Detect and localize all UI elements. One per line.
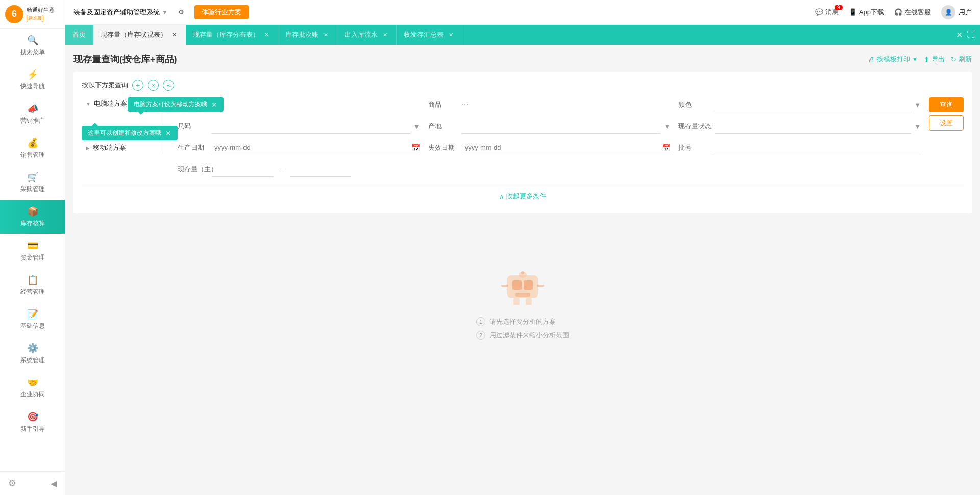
stock-qty-min-input[interactable]: [212, 161, 273, 177]
batch-input[interactable]: [712, 140, 921, 155]
sidebar-item-label: 销售管理: [20, 151, 45, 159]
sidebar-item-label: 搜索菜单: [20, 48, 45, 57]
color-dropdown-icon[interactable]: ▼: [914, 101, 921, 109]
dots-icon-2[interactable]: ···: [462, 100, 469, 109]
svg-rect-2: [524, 280, 533, 290]
page-actions: 🖨 按模板打印 ▼ ⬆ 导出 ↻ 刷新: [868, 55, 972, 64]
filter-clone-button[interactable]: ⊙: [148, 80, 159, 91]
tab-inventory-dist-label: 现存量（库存分布表）: [193, 30, 259, 39]
expand-icon[interactable]: ⛶: [967, 30, 975, 39]
export-button[interactable]: ⬆ 导出: [924, 55, 945, 64]
filter-field-color: 颜色 ▼: [678, 97, 921, 112]
sidebar-item-marketing[interactable]: 📣 营销推广: [0, 97, 65, 131]
sidebar-item-search[interactable]: 🔍 搜索菜单: [0, 29, 65, 63]
sidebar-item-enterprise[interactable]: 🤝 企业协同: [0, 371, 65, 405]
tooltip-pc-close[interactable]: ✕: [211, 101, 217, 109]
scheme-mobile-header[interactable]: ▶ 移动端方案: [82, 141, 157, 154]
online-service-button[interactable]: 🎧 在线客服: [894, 8, 931, 17]
tab-inventory-status[interactable]: 现存量（库存状况表） ✕: [93, 25, 186, 45]
stock-qty-max-input[interactable]: [290, 161, 351, 177]
collapse-label: 收起更多条件: [506, 192, 546, 201]
svg-point-7: [521, 271, 524, 274]
sidebar-item-guide[interactable]: 🎯 新手引导: [0, 405, 65, 439]
filter-field-stock-status: 现存量状态 ▼: [678, 119, 921, 134]
size-dropdown-icon[interactable]: ▼: [413, 123, 420, 130]
goods-label: 商品: [428, 100, 459, 109]
refresh-button[interactable]: ↻ 刷新: [951, 55, 972, 64]
produce-date-input[interactable]: [211, 144, 411, 151]
sidebar-item-label: 营销推广: [20, 116, 45, 125]
calendar-icon-2[interactable]: 📅: [662, 144, 670, 152]
app-download-button[interactable]: 📱 App下载: [849, 8, 884, 17]
sidebar-item-system[interactable]: ⚙️ 系统管理: [0, 337, 65, 371]
empty-state: 1 请先选择要分析的方案 2 用过滤条件来缩小分析范围: [74, 219, 972, 381]
user-menu[interactable]: 👤 用户: [941, 5, 972, 19]
tab-home-label: 首页: [72, 30, 86, 39]
industry-button[interactable]: 体验行业方案: [194, 5, 249, 19]
produce-date-label: 生产日期: [178, 143, 208, 152]
card-icon: 💳: [27, 240, 38, 251]
scheme-group-mobile: 这里可以创建和修改方案哦 ✕ ▶ 移动端方案: [82, 141, 157, 154]
tip-text-1: 请先选择要分析的方案: [489, 317, 556, 326]
tab-close-batch-ledger[interactable]: ✕: [322, 31, 330, 39]
sidebar-item-finance[interactable]: 💳 资金管理: [0, 234, 65, 268]
tab-inventory-dist[interactable]: 现存量（库存分布表） ✕: [186, 25, 278, 45]
export-icon: ⬆: [924, 56, 929, 63]
stock-status-input[interactable]: [715, 119, 911, 134]
box-icon: 📦: [27, 206, 38, 217]
svg-rect-3: [515, 293, 530, 297]
sidebar-item-inventory[interactable]: 📦 库存核算: [0, 200, 65, 234]
phone-icon: 📱: [849, 8, 857, 16]
tab-close-inventory-dist[interactable]: ✕: [262, 31, 271, 39]
tip-text-2: 用过滤条件来缩小分析范围: [489, 331, 569, 340]
sidebar-item-purchase[interactable]: 🛒 采购管理: [0, 166, 65, 200]
calendar-icon-1[interactable]: 📅: [411, 144, 420, 152]
system-selector[interactable]: 装备及固定资产辅助管理系统 ▼: [74, 8, 168, 17]
close-all-tabs-icon[interactable]: ✕: [956, 30, 963, 40]
origin-dropdown-icon[interactable]: ▼: [664, 123, 670, 130]
settings-bottom-icon[interactable]: ⚙: [8, 478, 16, 489]
search-button[interactable]: 查询: [929, 97, 964, 112]
empty-tip-2: 2 用过滤条件来缩小分析范围: [476, 331, 569, 340]
chevron-down-icon: ▼: [86, 101, 91, 107]
filter-field-expire-date: 失效日期 📅: [428, 140, 671, 155]
size-input[interactable]: [211, 119, 410, 134]
message-button[interactable]: 💬 消息 9: [815, 8, 839, 17]
origin-input[interactable]: [462, 119, 661, 134]
chevron-down-icon: ▼: [162, 9, 168, 16]
expire-date-input[interactable]: [462, 144, 662, 151]
sidebar-item-basic[interactable]: 📝 基础信息: [0, 302, 65, 337]
tooltip-edit-close[interactable]: ✕: [165, 129, 172, 137]
empty-tips: 1 请先选择要分析的方案 2 用过滤条件来缩小分析范围: [476, 317, 569, 340]
tab-batch-ledger[interactable]: 库存批次账 ✕: [278, 25, 337, 45]
tab-close-inout-flow[interactable]: ✕: [381, 31, 389, 39]
collapse-sidebar-icon[interactable]: ◀: [51, 479, 57, 488]
produce-date-field: 📅: [211, 140, 420, 155]
filter-add-button[interactable]: +: [132, 80, 143, 91]
range-separator: —: [276, 166, 287, 173]
filter-back-button[interactable]: «: [163, 80, 174, 91]
tab-close-receive-summary[interactable]: ✕: [447, 31, 455, 39]
filter-field-stock-qty: 现存量（主） —: [178, 161, 351, 177]
sidebar-item-operations[interactable]: 📋 经营管理: [0, 268, 65, 302]
sidebar-item-quicknav[interactable]: ⚡ 快速导航: [0, 63, 65, 97]
sidebar-item-sales[interactable]: 💰 销售管理: [0, 131, 65, 166]
template-print-button[interactable]: 🖨 按模板打印 ▼: [868, 55, 918, 64]
tooltip-edit-text: 这里可以创建和修改方案哦: [88, 129, 161, 137]
note-icon: 📝: [27, 309, 38, 320]
filter-row-1: ··· 商品 ··· 颜色 ▼: [178, 97, 921, 112]
message-icon: 💬: [815, 8, 823, 16]
stock-status-dropdown-icon[interactable]: ▼: [914, 123, 921, 130]
collapse-button[interactable]: ∧ 收起更多条件: [82, 187, 964, 205]
logo-text: 畅通好生意 标准版: [27, 6, 55, 22]
tab-receive-summary[interactable]: 收发存汇总表 ✕: [397, 25, 462, 45]
tab-receive-summary-label: 收发存汇总表: [404, 30, 444, 39]
tab-home[interactable]: 首页: [65, 25, 93, 45]
color-input[interactable]: [712, 97, 911, 112]
tab-close-inventory-status[interactable]: ✕: [170, 31, 178, 39]
tab-inout-flow[interactable]: 出入库流水 ✕: [337, 25, 397, 45]
settings-button[interactable]: ⚙: [174, 5, 188, 19]
main-area: 装备及固定资产辅助管理系统 ▼ ⚙ 体验行业方案 💬 消息 9 📱 App下载 …: [65, 0, 980, 495]
filter-fields-area: ··· 商品 ··· 颜色 ▼: [169, 97, 921, 183]
reset-button[interactable]: 设置: [929, 115, 964, 131]
